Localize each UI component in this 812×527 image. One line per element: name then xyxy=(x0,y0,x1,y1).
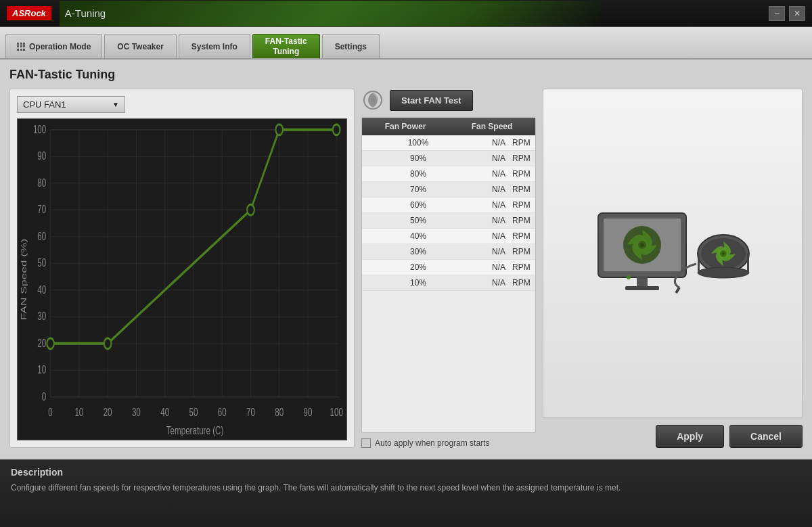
svg-text:0: 0 xyxy=(42,390,46,403)
titlebar-controls: − ✕ xyxy=(769,6,805,21)
fan-power-cell: 20% xyxy=(362,260,474,275)
page-title: FAN-Tastic Tuning xyxy=(9,68,803,82)
svg-point-49 xyxy=(247,204,254,215)
svg-text:30: 30 xyxy=(37,310,46,323)
content-area: CPU FAN1 ▼ xyxy=(9,89,803,448)
tab-settings-label: Settings xyxy=(335,42,367,51)
fan-speed-val-cell: N/A xyxy=(474,182,508,197)
minimize-button[interactable]: − xyxy=(769,6,785,21)
svg-text:60: 60 xyxy=(37,229,46,242)
fan-speed-val-cell: N/A xyxy=(474,275,508,290)
right-panel: Apply Cancel xyxy=(543,89,803,448)
svg-point-48 xyxy=(104,338,112,349)
fan-table: Fan Power Fan Speed 100% N/A RPM 90% N/A… xyxy=(361,117,536,433)
close-button[interactable]: ✕ xyxy=(789,6,805,21)
svg-text:40: 40 xyxy=(160,406,169,419)
fan-image-panel xyxy=(543,89,803,418)
fan-speed-unit-cell: RPM xyxy=(508,166,535,181)
svg-text:70: 70 xyxy=(246,406,255,419)
main-content: FAN-Tastic Tuning CPU FAN1 ▼ xyxy=(0,60,812,459)
fan-speed-unit-cell: RPM xyxy=(508,229,535,244)
fan-speed-chart[interactable]: 0 10 20 30 40 50 60 70 80 90 100 0 10 20… xyxy=(18,119,346,440)
svg-text:100: 100 xyxy=(33,122,46,135)
fan-speed-val-cell: N/A xyxy=(474,198,508,212)
fan-power-cell: 30% xyxy=(362,244,474,259)
fan-power-cell: 80% xyxy=(362,166,474,181)
fan-speed-val-cell: N/A xyxy=(474,260,508,275)
svg-text:0: 0 xyxy=(48,406,52,419)
chevron-down-icon: ▼ xyxy=(112,101,119,108)
svg-text:60: 60 xyxy=(218,406,227,419)
auto-apply-label: Auto apply when program starts xyxy=(375,438,489,448)
fan-speed-header: Fan Speed xyxy=(449,118,535,135)
action-buttons: Apply Cancel xyxy=(543,425,803,448)
fan-power-cell: 40% xyxy=(362,229,474,244)
description-text: Configure different fan speeds for respe… xyxy=(11,482,801,494)
svg-rect-59 xyxy=(637,277,648,287)
svg-text:80: 80 xyxy=(275,406,284,419)
svg-point-58 xyxy=(640,243,644,247)
svg-point-61 xyxy=(627,275,631,279)
fan-power-cell: 50% xyxy=(362,213,474,228)
svg-point-53 xyxy=(371,98,375,102)
description-bar: Description Configure different fan spee… xyxy=(0,459,812,527)
tabbar: Operation Mode OC Tweaker System Info FA… xyxy=(0,27,812,60)
svg-text:20: 20 xyxy=(37,336,46,349)
fan-speed-unit-cell: RPM xyxy=(508,260,535,275)
svg-text:30: 30 xyxy=(132,406,141,419)
tab-oc-tweaker[interactable]: OC Tweaker xyxy=(104,34,176,58)
svg-point-47 xyxy=(47,338,54,349)
fan-speed-unit-cell: RPM xyxy=(508,244,535,259)
fan-speed-unit-cell: RPM xyxy=(508,135,535,150)
fan-selector[interactable]: CPU FAN1 ▼ xyxy=(17,96,125,113)
svg-text:10: 10 xyxy=(74,406,83,419)
tab-fan-tastic[interactable]: FAN-TasticTuning xyxy=(252,34,320,58)
svg-rect-67 xyxy=(698,254,700,273)
svg-text:100: 100 xyxy=(330,406,343,419)
table-row: 60% N/A RPM xyxy=(362,198,535,213)
tab-oc-tweaker-label: OC Tweaker xyxy=(117,42,163,51)
fan-illustration xyxy=(591,200,754,308)
svg-text:70: 70 xyxy=(37,203,46,216)
tab-settings[interactable]: Settings xyxy=(322,34,380,58)
fan-speed-val-cell: N/A xyxy=(474,229,508,244)
fan-power-cell: 70% xyxy=(362,182,474,197)
tab-fan-tastic-label: FAN-TasticTuning xyxy=(265,37,307,56)
fan-speed-val-cell: N/A xyxy=(474,166,508,181)
svg-text:FAN Speed (%): FAN Speed (%) xyxy=(19,239,28,321)
tab-operation-mode[interactable]: Operation Mode xyxy=(5,34,102,58)
fan-speed-val-cell: N/A xyxy=(474,151,508,166)
auto-apply-checkbox[interactable] xyxy=(361,438,371,448)
asrock-logo: ASRock xyxy=(7,6,51,20)
fan-speed-unit-cell: RPM xyxy=(508,151,535,166)
chart-container: 0 10 20 30 40 50 60 70 80 90 100 0 10 20… xyxy=(17,118,347,440)
fan-speed-val-cell: N/A xyxy=(474,213,508,228)
table-row: 40% N/A RPM xyxy=(362,229,535,244)
auto-apply-row: Auto apply when program starts xyxy=(361,438,536,448)
app-title: A-Tuning xyxy=(60,7,106,19)
fan-power-cell: 100% xyxy=(362,135,474,150)
svg-text:Temperature (C): Temperature (C) xyxy=(166,424,224,437)
tab-system-info[interactable]: System Info xyxy=(179,34,250,58)
svg-text:40: 40 xyxy=(37,283,46,296)
cancel-button[interactable]: Cancel xyxy=(729,425,803,448)
tab-system-info-label: System Info xyxy=(191,42,238,51)
app-title-bg: A-Tuning xyxy=(60,1,601,26)
fan-speed-val-cell: N/A xyxy=(474,135,508,150)
start-fan-test-button[interactable]: Start FAN Test xyxy=(390,90,473,111)
fan-power-cell: 10% xyxy=(362,275,474,290)
svg-rect-0 xyxy=(18,119,346,440)
svg-text:10: 10 xyxy=(37,363,46,376)
fan-speed-unit-cell: RPM xyxy=(508,182,535,197)
fan-spin-icon xyxy=(361,89,384,112)
svg-point-50 xyxy=(275,124,283,135)
description-title: Description xyxy=(11,467,801,478)
svg-text:90: 90 xyxy=(37,150,46,162)
svg-point-66 xyxy=(698,267,749,278)
table-row: 50% N/A RPM xyxy=(362,213,535,229)
table-row: 30% N/A RPM xyxy=(362,244,535,260)
fan-speed-unit-cell: RPM xyxy=(508,198,535,212)
table-row: 80% N/A RPM xyxy=(362,166,535,182)
apply-button[interactable]: Apply xyxy=(656,425,724,448)
svg-text:80: 80 xyxy=(37,176,46,189)
